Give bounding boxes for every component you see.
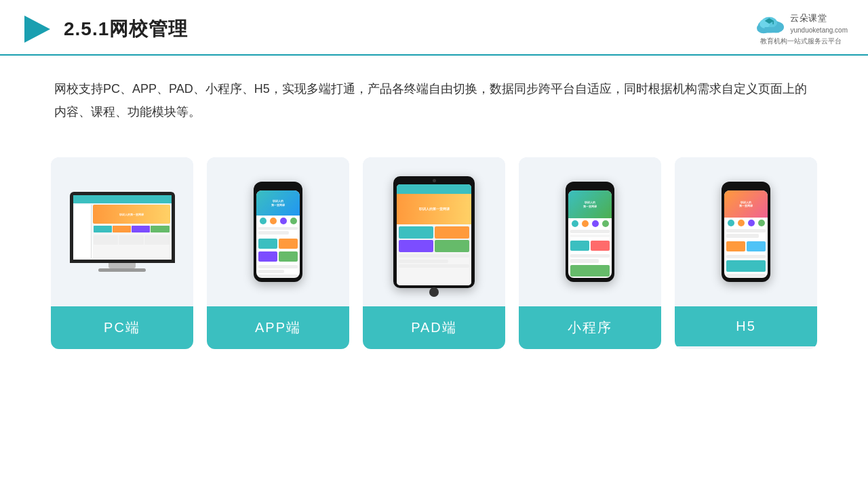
card-miniapp-label: 小程序 (519, 306, 661, 349)
description-text: 网校支持PC、APP、PAD、小程序、H5，实现多端打通，产品各终端自由切换，数… (0, 56, 868, 137)
svg-marker-0 (24, 16, 50, 43)
card-pc-image: 职训人的第一堂网课 (51, 157, 193, 306)
card-pad: 职训人的第一堂网课 (363, 157, 505, 349)
header-left: 2.5.1网校管理 (20, 13, 188, 45)
device-tablet: 职训人的第一堂网课 (393, 176, 475, 288)
card-app-label: APP端 (207, 306, 349, 349)
device-phone-miniapp: 职训人的第一堂网课 (566, 182, 614, 282)
card-h5: 职训人的第一堂网课 (675, 157, 817, 349)
device-phone-app: 职训人的第一堂网课 (254, 182, 302, 282)
device-pc: 职训人的第一堂网课 (70, 192, 175, 272)
logo-cloud: 云朵课堂 yunduoketang.com (753, 12, 848, 35)
card-app: 职训人的第一堂网课 (207, 157, 349, 349)
svg-rect-8 (773, 21, 774, 24)
logo-tagline: 教育机构一站式服务云平台 (760, 37, 842, 46)
cards-container: 职训人的第一堂网课 (0, 144, 868, 349)
cloud-icon (753, 14, 787, 34)
card-pc: 职训人的第一堂网课 (51, 157, 193, 349)
svg-rect-6 (765, 27, 779, 33)
card-pc-label: PC端 (51, 306, 193, 349)
device-phone-h5: 职训人的第一堂网课 (722, 182, 770, 282)
card-h5-label: H5 (675, 306, 817, 346)
play-icon (20, 13, 53, 45)
card-app-image: 职训人的第一堂网课 (207, 157, 349, 306)
logo-area: 云朵课堂 yunduoketang.com 教育机构一站式服务云平台 (753, 12, 848, 46)
card-h5-image: 职训人的第一堂网课 (675, 157, 817, 306)
card-miniapp: 职训人的第一堂网课 (519, 157, 661, 349)
header: 2.5.1网校管理 云朵课堂 yunduoketang.com 教育机构一站式服… (0, 0, 868, 56)
page-title: 2.5.1网校管理 (64, 16, 188, 42)
logo-url: yunduoketang.com (790, 26, 848, 35)
card-pad-image: 职训人的第一堂网课 (363, 157, 505, 306)
card-pad-label: PAD端 (363, 306, 505, 349)
card-miniapp-image: 职训人的第一堂网课 (519, 157, 661, 306)
logo-name-text: 云朵课堂 yunduoketang.com (790, 12, 848, 35)
logo-name: 云朵课堂 (790, 12, 848, 24)
